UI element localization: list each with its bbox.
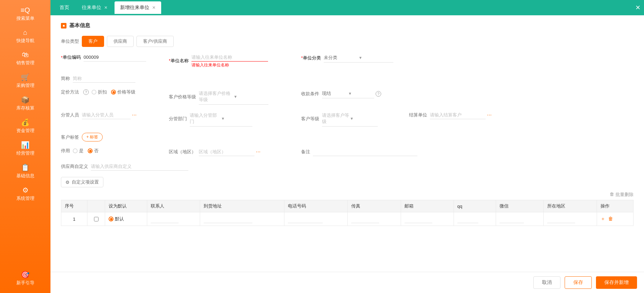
col-wechat: 微信 (496, 200, 544, 212)
sidebar-item-purchase[interactable]: 🛒 采购管理 (0, 70, 50, 92)
field-manager: 分管人员 ··· (61, 111, 158, 119)
cell-wechat[interactable] (496, 212, 544, 226)
save-add-button[interactable]: 保存并新增 (596, 276, 637, 289)
sidebar-item-search[interactable]: ≡Q 搜索菜单 (0, 3, 50, 25)
input-email[interactable] (405, 215, 432, 223)
radio-no[interactable]: 否 (88, 148, 99, 154)
radio-discount-label: 折扣 (98, 89, 107, 95)
sidebar-item-sales[interactable]: 🛍 销售管理 (0, 47, 50, 70)
customer-price-level-arrow: ▼ (234, 95, 268, 99)
manager-more-btn[interactable]: ··· (132, 112, 136, 118)
sidebar-item-inventory[interactable]: 📦 库存核算 (0, 92, 50, 115)
radio-yes-label: 是 (79, 148, 84, 154)
select-unit-category[interactable]: 未分类 ▼ (324, 53, 393, 63)
cell-default: 默认 (105, 212, 147, 226)
sidebar-item-newuser[interactable]: 🎯 新手引导 (0, 267, 50, 290)
field-customer-tag: 客户标签 + 标签 (61, 133, 103, 141)
add-row-icon[interactable]: ＋ (600, 216, 605, 222)
sidebar-label-purchase: 采购管理 (16, 82, 34, 89)
input-alias[interactable] (73, 74, 135, 83)
tab-new-partner-close[interactable]: ✕ (152, 5, 156, 10)
input-notes[interactable] (313, 148, 417, 156)
table-row: 1 默认 (61, 212, 634, 226)
cell-checkbox[interactable] (87, 212, 105, 226)
sidebar-label-newuser: 新手引导 (16, 280, 34, 286)
pricing-help-icon[interactable]: ? (83, 89, 89, 95)
cell-email[interactable] (401, 212, 454, 226)
label-payment-terms: 收款条件 (301, 91, 319, 97)
field-disabled: 停用 是 否 (61, 148, 158, 154)
tab-new-partner[interactable]: 新增往来单位 ✕ (115, 1, 161, 14)
input-fax[interactable] (351, 215, 379, 223)
field-payment-terms: 收款条件 现结 ▼ ? (301, 89, 399, 98)
newuser-icon: 🎯 (21, 270, 30, 279)
input-phone[interactable] (288, 215, 323, 223)
input-unit-code[interactable] (84, 53, 146, 62)
tab-partners-close[interactable]: ✕ (104, 5, 108, 10)
col-checkbox (87, 200, 105, 212)
unit-btn-customer[interactable]: 客户 (82, 36, 104, 47)
select-customer-level[interactable]: 请选择客户等级 ▼ (322, 111, 378, 127)
radio-discount[interactable]: 折扣 (92, 89, 107, 95)
delete-row-icon[interactable]: 🗑 (608, 216, 613, 222)
sidebar-item-finance[interactable]: 💰 资金管理 (0, 115, 50, 137)
search-icon: ≡Q (21, 6, 30, 14)
tab-home[interactable]: 首页 (54, 1, 75, 14)
col-phone: 电话号码 (284, 200, 348, 212)
select-department[interactable]: 请输入分管部门 ▼ (190, 111, 252, 127)
input-settlement-unit[interactable] (430, 111, 486, 119)
custom-settings-btn[interactable]: ⚙ 自定义项设置 (61, 177, 103, 187)
col-default: 设为默认 (105, 200, 147, 212)
cell-phone[interactable] (284, 212, 348, 226)
input-wechat[interactable] (500, 215, 524, 223)
input-manager[interactable] (82, 111, 131, 119)
sidebar-item-quicknav[interactable]: ⌂ 快捷导航 (0, 25, 50, 47)
batch-delete-btn[interactable]: 🗑 批量删除 (61, 192, 634, 198)
cancel-button[interactable]: 取消 (533, 276, 560, 289)
region-more-btn[interactable]: ··· (256, 149, 260, 155)
payment-help-icon[interactable]: ? (376, 91, 381, 97)
select-payment-terms[interactable]: 现结 ▼ (322, 89, 374, 98)
row-checkbox[interactable] (91, 217, 101, 221)
field-unit-category: * 单位分类 未分类 ▼ (301, 53, 399, 63)
input-qq[interactable] (457, 215, 478, 223)
main-area: 首页 往来单位 ✕ 新增往来单位 ✕ ✕ ■ 基本信息 单位类型 客户 供应商 … (50, 0, 644, 293)
input-unit-name[interactable] (191, 53, 268, 62)
unit-btn-both[interactable]: 客户/供应商 (136, 36, 174, 47)
cell-address[interactable] (200, 212, 284, 226)
sidebar-item-operations[interactable]: 📊 经营管理 (0, 137, 50, 160)
unit-category-value: 未分类 (324, 55, 359, 61)
radio-price-level[interactable]: 价格等级 (111, 89, 135, 95)
cell-fax[interactable] (348, 212, 401, 226)
input-supplier-custom[interactable] (91, 162, 188, 171)
label-disabled: 停用 (61, 148, 70, 154)
tab-partners[interactable]: 往来单位 ✕ (76, 1, 113, 14)
input-address[interactable] (204, 215, 252, 223)
label-customer-price-level: 客户价格等级 (169, 94, 196, 100)
save-button[interactable]: 保存 (565, 276, 592, 289)
select-customer-price-level[interactable]: 请选择客户价格等级 ▼ (199, 89, 268, 105)
field-region: 区域（地区） ··· (169, 148, 291, 156)
sidebar-item-basic[interactable]: 📋 基础信息 (0, 160, 50, 182)
label-department: 分管部门 (169, 116, 187, 122)
cell-qq[interactable] (454, 212, 496, 226)
unit-btn-supplier[interactable]: 供应商 (107, 36, 134, 47)
row-checkbox-input[interactable] (94, 217, 99, 221)
input-contact[interactable] (151, 215, 179, 223)
tab-home-label: 首页 (60, 5, 69, 11)
default-radio[interactable] (109, 217, 113, 221)
tab-new-partner-label: 新增往来单位 (120, 5, 149, 11)
add-tag-btn[interactable]: + 标签 (82, 133, 103, 141)
form-row-disabled: 停用 是 否 区域（地区） ··· 备注 (61, 148, 634, 156)
sidebar-item-system[interactable]: ⚙ 系统管理 (0, 182, 50, 205)
radio-yes[interactable]: 是 (73, 148, 84, 154)
payment-terms-value: 现结 (322, 90, 348, 97)
sidebar-label-quicknav: 快捷导航 (16, 38, 34, 44)
close-all-tabs[interactable]: ✕ (635, 4, 641, 11)
settlement-more-btn[interactable]: ··· (487, 112, 492, 118)
input-region[interactable] (199, 148, 254, 156)
cell-area[interactable] (544, 212, 597, 226)
input-area[interactable] (547, 215, 575, 223)
cell-contact[interactable] (147, 212, 200, 226)
col-fax: 传真 (348, 200, 401, 212)
